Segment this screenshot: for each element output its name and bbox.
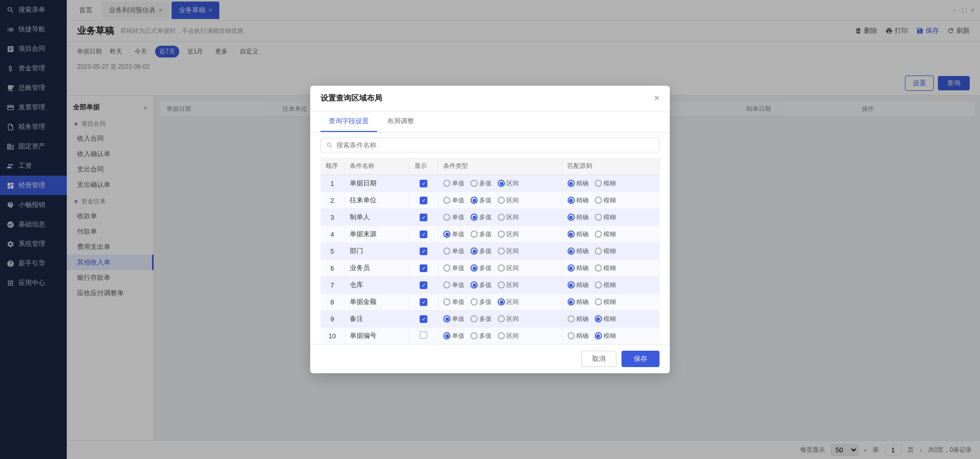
radio-item-type_range[interactable]: 区间 — [498, 298, 519, 307]
radio-label: 精确 — [576, 298, 589, 307]
radio-item-match_fuzzy[interactable]: 模糊 — [595, 281, 616, 290]
radio-label: 单值 — [452, 264, 464, 273]
radio-item-type_multi[interactable]: 多值 — [470, 196, 492, 205]
checkbox-icon[interactable] — [420, 231, 427, 238]
checkbox-icon[interactable] — [420, 298, 427, 306]
radio-item-type_range[interactable]: 区间 — [498, 213, 519, 222]
radio-item-match_exact[interactable]: 精确 — [568, 315, 589, 323]
radio-label: 精确 — [576, 332, 589, 340]
radio-item-type_single[interactable]: 单值 — [443, 281, 464, 290]
radio-item-match_fuzzy[interactable]: 模糊 — [595, 196, 616, 205]
radio-item-type_range[interactable]: 区间 — [498, 332, 519, 340]
radio-item-type_single[interactable]: 单值 — [443, 332, 464, 340]
checkbox-icon[interactable] — [420, 281, 427, 289]
radio-item-type_range[interactable]: 区间 — [498, 247, 519, 256]
radio-item-match_fuzzy[interactable]: 模糊 — [595, 264, 616, 273]
match-radio-group: 精确模糊 — [568, 264, 654, 273]
radio-item-type_single[interactable]: 单值 — [443, 230, 464, 239]
radio-item-type_range[interactable]: 区间 — [498, 264, 519, 273]
modal-tab-layout[interactable]: 布局调整 — [379, 111, 422, 132]
radio-item-type_range[interactable]: 区间 — [498, 315, 519, 323]
checkbox-icon[interactable] — [420, 331, 427, 339]
row-show-checkbox[interactable] — [409, 294, 438, 311]
row-match: 精确模糊 — [562, 277, 659, 294]
radio-item-type_single[interactable]: 单值 — [443, 247, 464, 256]
radio-item-type_multi[interactable]: 多值 — [470, 281, 492, 290]
radio-item-type_single[interactable]: 单值 — [443, 179, 464, 188]
radio-label: 单值 — [452, 196, 464, 205]
radio-item-type_range[interactable]: 区间 — [498, 230, 519, 239]
radio-label: 精确 — [576, 230, 589, 239]
radio-item-type_multi[interactable]: 多值 — [470, 332, 492, 340]
radio-item-type_single[interactable]: 单值 — [443, 315, 464, 323]
checkbox-icon[interactable] — [420, 264, 427, 272]
radio-item-type_multi[interactable]: 多值 — [470, 213, 492, 222]
radio-item-type_multi[interactable]: 多值 — [470, 264, 492, 273]
row-seq: 4 — [321, 226, 344, 243]
radio-item-match_exact[interactable]: 精确 — [568, 179, 589, 188]
checkbox-icon[interactable] — [420, 180, 427, 187]
radio-item-match_exact[interactable]: 精确 — [568, 298, 589, 307]
radio-label: 模糊 — [604, 264, 616, 273]
radio-item-type_single[interactable]: 单值 — [443, 196, 464, 205]
radio-label: 精确 — [576, 281, 589, 290]
row-show-checkbox[interactable] — [409, 209, 438, 226]
row-seq: 5 — [321, 243, 344, 260]
radio-circle — [470, 231, 478, 238]
radio-item-match_exact[interactable]: 精确 — [568, 196, 589, 205]
radio-item-match_exact[interactable]: 精确 — [568, 264, 589, 273]
radio-item-type_single[interactable]: 单值 — [443, 298, 464, 307]
row-show-checkbox[interactable] — [409, 243, 438, 260]
radio-item-type_range[interactable]: 区间 — [498, 179, 519, 188]
radio-item-type_range[interactable]: 区间 — [498, 281, 519, 290]
radio-item-match_exact[interactable]: 精确 — [568, 213, 589, 222]
modal-save-button[interactable]: 保存 — [621, 351, 659, 367]
radio-item-match_exact[interactable]: 精确 — [568, 332, 589, 340]
radio-item-type_single[interactable]: 单值 — [443, 213, 464, 222]
radio-item-match_fuzzy[interactable]: 模糊 — [595, 213, 616, 222]
radio-item-type_multi[interactable]: 多值 — [470, 315, 492, 323]
radio-label: 模糊 — [604, 247, 616, 256]
row-seq: 3 — [321, 209, 344, 226]
radio-item-match_fuzzy[interactable]: 模糊 — [595, 230, 616, 239]
table-row: 5部门单值多值区间精确模糊 — [321, 243, 659, 260]
row-show-checkbox[interactable] — [409, 192, 438, 209]
radio-item-match_exact[interactable]: 精确 — [568, 230, 589, 239]
checkbox-icon[interactable] — [420, 214, 427, 221]
checkbox-icon[interactable] — [420, 197, 427, 204]
row-show-checkbox[interactable] — [409, 328, 438, 345]
table-row: 10单据编号单值多值区间精确模糊 — [321, 328, 659, 345]
radio-item-type_multi[interactable]: 多值 — [470, 298, 492, 307]
checkbox-icon[interactable] — [420, 247, 427, 255]
modal-close-button[interactable]: × — [654, 93, 659, 104]
radio-item-type_multi[interactable]: 多值 — [470, 230, 492, 239]
radio-item-match_fuzzy[interactable]: 模糊 — [595, 298, 616, 307]
radio-item-match_fuzzy[interactable]: 模糊 — [595, 315, 616, 323]
row-show-checkbox[interactable] — [409, 226, 438, 243]
radio-item-type_range[interactable]: 区间 — [498, 196, 519, 205]
radio-item-match_fuzzy[interactable]: 模糊 — [595, 247, 616, 256]
radio-item-type_multi[interactable]: 多值 — [470, 247, 492, 256]
radio-label: 多值 — [479, 332, 492, 340]
radio-item-type_single[interactable]: 单值 — [443, 264, 464, 273]
radio-item-match_fuzzy[interactable]: 模糊 — [595, 332, 616, 340]
radio-circle — [568, 281, 575, 289]
row-show-checkbox[interactable] — [409, 311, 438, 328]
match-radio-group: 精确模糊 — [568, 179, 654, 188]
modal-search-input[interactable] — [336, 141, 654, 149]
modal-tabs: 查询字段设置 布局调整 — [310, 111, 670, 132]
row-show-checkbox[interactable] — [409, 175, 438, 192]
radio-item-match_fuzzy[interactable]: 模糊 — [595, 179, 616, 188]
radio-item-match_exact[interactable]: 精确 — [568, 281, 589, 290]
radio-item-match_exact[interactable]: 精确 — [568, 247, 589, 256]
radio-item-type_multi[interactable]: 多值 — [470, 179, 492, 188]
modal-tab-query-fields[interactable]: 查询字段设置 — [321, 111, 377, 132]
radio-label: 多值 — [479, 213, 492, 222]
modal-title: 设置查询区域布局 — [321, 93, 382, 103]
cancel-button[interactable]: 取消 — [581, 351, 616, 367]
row-seq: 10 — [321, 328, 344, 345]
row-show-checkbox[interactable] — [409, 260, 438, 277]
checkbox-icon[interactable] — [420, 315, 427, 323]
row-show-checkbox[interactable] — [409, 277, 438, 294]
row-name: 单据来源 — [344, 226, 409, 243]
